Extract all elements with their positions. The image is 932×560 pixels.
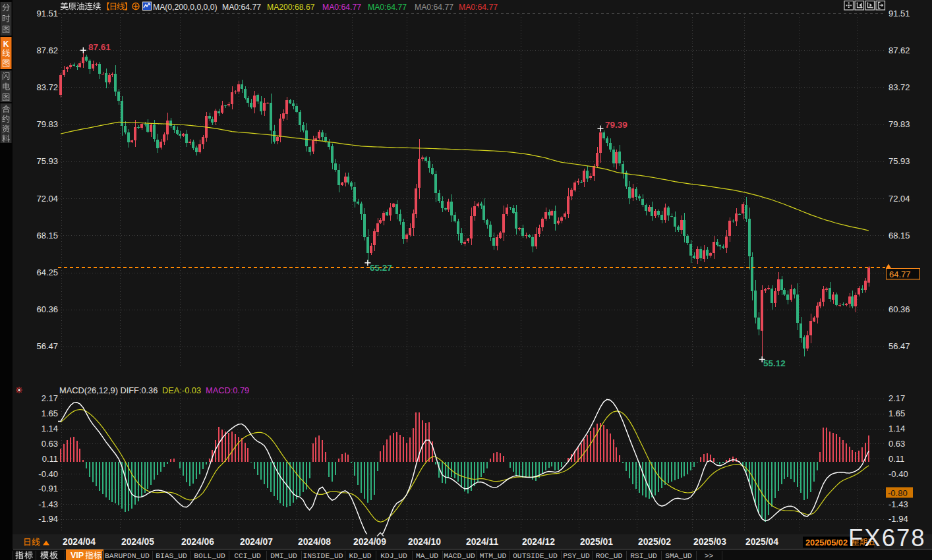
svg-text:2.17: 2.17 (42, 393, 58, 403)
svg-text:87.61: 87.61 (88, 42, 111, 52)
svg-text:87.62: 87.62 (888, 45, 910, 55)
svg-text:75.93: 75.93 (888, 156, 910, 166)
svg-text:MA0:64.77: MA0:64.77 (222, 3, 261, 12)
svg-text:65.27: 65.27 (370, 263, 392, 273)
svg-text:2024/05: 2024/05 (121, 537, 154, 547)
svg-text:87.62: 87.62 (36, 45, 58, 55)
svg-text:-0.40: -0.40 (38, 469, 58, 479)
svg-text:1.14: 1.14 (42, 424, 58, 434)
svg-text:2025/03: 2025/03 (693, 537, 726, 547)
svg-text:56.47: 56.47 (36, 341, 58, 351)
svg-text:KDJ_UD: KDJ_UD (380, 552, 407, 560)
svg-text:>>: >> (705, 552, 714, 560)
svg-text:INSIDE_UD: INSIDE_UD (303, 552, 343, 560)
svg-text:BOLL_UD: BOLL_UD (194, 552, 225, 560)
svg-text:DEA:-0.03: DEA:-0.03 (162, 385, 201, 395)
svg-text:MA0:64.77: MA0:64.77 (415, 3, 453, 12)
svg-text:79.83: 79.83 (888, 119, 910, 129)
svg-text:79.39: 79.39 (605, 120, 627, 130)
svg-text:MACD_UD: MACD_UD (444, 552, 475, 560)
svg-text:-1.43: -1.43 (888, 499, 908, 509)
svg-text:MTM_UD: MTM_UD (480, 552, 507, 560)
svg-text:2024/06: 2024/06 (181, 537, 214, 547)
svg-text:CCI_UD: CCI_UD (234, 552, 261, 560)
svg-text:68.15: 68.15 (888, 231, 910, 240)
svg-text:2024/09: 2024/09 (353, 537, 386, 547)
svg-text:0.11: 0.11 (888, 454, 904, 464)
svg-text:68.15: 68.15 (36, 231, 58, 240)
svg-text:PSY_UD: PSY_UD (563, 552, 590, 560)
svg-text:91.51: 91.51 (888, 9, 910, 18)
svg-text:2025/05/02: 2025/05/02 (805, 538, 848, 547)
svg-text:2024/08: 2024/08 (298, 537, 331, 547)
svg-text:60.36: 60.36 (36, 304, 58, 314)
svg-text:-1.94: -1.94 (38, 514, 58, 524)
svg-text:ROC_UD: ROC_UD (596, 552, 623, 560)
svg-text:91.51: 91.51 (36, 9, 58, 18)
svg-text:FX678: FX678 (848, 524, 926, 551)
svg-text:MA0:64.77: MA0:64.77 (368, 3, 407, 12)
svg-text:0.63: 0.63 (42, 439, 58, 449)
svg-text:-0.80: -0.80 (888, 488, 908, 498)
svg-text:KD_UD: KD_UD (349, 552, 372, 560)
svg-text:BIAS_UD: BIAS_UD (156, 552, 187, 560)
svg-text:83.72: 83.72 (888, 82, 910, 92)
svg-text:MA0:64.77: MA0:64.77 (322, 3, 361, 12)
svg-text:-0.40: -0.40 (888, 469, 908, 479)
svg-text:72.04: 72.04 (36, 194, 58, 204)
svg-text:1.14: 1.14 (888, 424, 905, 434)
svg-text:2024/10: 2024/10 (408, 537, 441, 547)
svg-text:64.25: 64.25 (36, 267, 58, 277)
svg-text:RSI_UD: RSI_UD (630, 552, 657, 560)
svg-text:2024/07: 2024/07 (240, 537, 273, 547)
svg-text:0.63: 0.63 (888, 439, 905, 449)
svg-text:83.72: 83.72 (36, 82, 58, 92)
svg-text:2025/04: 2025/04 (745, 537, 778, 547)
svg-text:1.65: 1.65 (888, 408, 905, 418)
svg-text:2024/12: 2024/12 (522, 537, 555, 547)
svg-text:64.77: 64.77 (889, 269, 911, 279)
svg-text:SMA_UD: SMA_UD (665, 552, 692, 560)
svg-text:MACD:0.79: MACD:0.79 (206, 385, 249, 395)
svg-text:-1.43: -1.43 (38, 499, 58, 509)
svg-text:60.36: 60.36 (888, 304, 910, 314)
svg-text:OUTSIDE_UD: OUTSIDE_UD (513, 552, 558, 560)
svg-text:DMI_UD: DMI_UD (270, 552, 297, 560)
svg-text:75.93: 75.93 (36, 156, 58, 166)
svg-text:-1.94: -1.94 (888, 514, 908, 524)
svg-text:K: K (3, 40, 9, 49)
svg-text:VIP: VIP (71, 551, 84, 560)
svg-text:72.04: 72.04 (888, 194, 910, 204)
svg-text:2.17: 2.17 (888, 393, 905, 403)
svg-text:BARUPDN_UD: BARUPDN_UD (105, 552, 150, 560)
svg-text:56.47: 56.47 (888, 341, 910, 351)
svg-text:2025/01: 2025/01 (580, 537, 613, 547)
svg-text:-0.91: -0.91 (38, 484, 58, 493)
svg-text:MA_UD: MA_UD (416, 552, 438, 560)
svg-text:MA0:64.77: MA0:64.77 (459, 3, 498, 12)
svg-text:2025/02: 2025/02 (638, 537, 671, 547)
svg-text:MA(0,200,0,0,0,0): MA(0,200,0,0,0,0) (153, 3, 218, 12)
svg-text:0.11: 0.11 (42, 454, 58, 464)
svg-text:MA200:68.67: MA200:68.67 (267, 3, 315, 12)
svg-text:1.65: 1.65 (42, 408, 58, 418)
svg-text:2024/04: 2024/04 (63, 537, 96, 547)
svg-text:2024/11: 2024/11 (466, 537, 498, 547)
svg-text:MACD(26,12,9) DIFF:0.36: MACD(26,12,9) DIFF:0.36 (59, 385, 158, 395)
svg-text:79.83: 79.83 (36, 119, 58, 129)
svg-text:55.12: 55.12 (763, 358, 786, 368)
